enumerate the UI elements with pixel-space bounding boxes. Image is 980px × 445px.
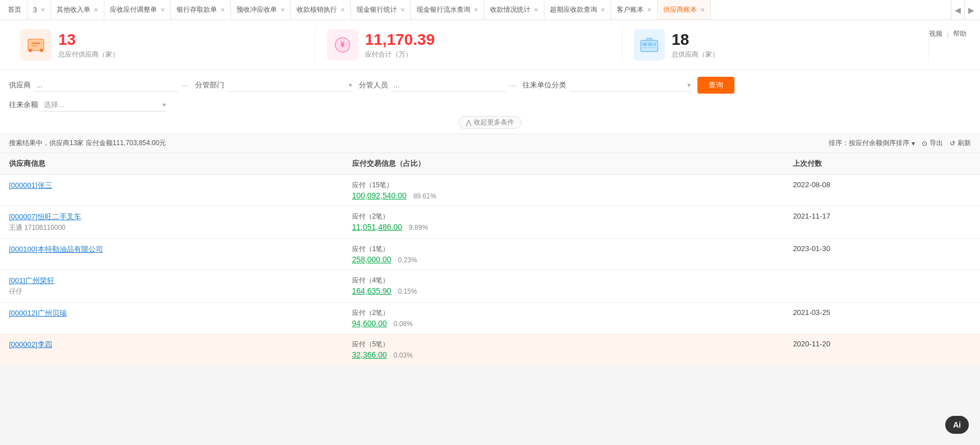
- collapse-button[interactable]: ⋀ 收起更多条件: [459, 116, 521, 129]
- svg-point-4: [40, 49, 43, 52]
- nav-tab-other-income-close[interactable]: ✕: [94, 7, 98, 13]
- table-row: [000007]恒旺二手叉车王通 17106110000应付（2笔）11,051…: [0, 206, 980, 239]
- stat-value-ap-total: 11,170.39: [365, 30, 435, 49]
- filter-item-unit-class: 往来单位分类 ▾: [523, 78, 691, 92]
- nav-tab-3[interactable]: 3 ✕: [27, 0, 51, 20]
- nav-tab-ar-ap-adjust[interactable]: 应收应付调整单 ✕: [104, 0, 171, 20]
- nav-tab-collect-stat-close[interactable]: ✕: [534, 7, 538, 13]
- balance-chevron-icon: ▾: [163, 101, 166, 109]
- query-button[interactable]: 查询: [697, 77, 734, 94]
- sort-select-wrap[interactable]: 排序：按应付余额倒序排序 ▾: [829, 138, 915, 148]
- stat-icon-ap-suppliers: [20, 29, 52, 61]
- unit-class-select[interactable]: [570, 78, 687, 91]
- supplier-input[interactable]: [34, 78, 178, 92]
- nav-tab-overdue-collect[interactable]: 超期应收款查询 ✕: [544, 0, 611, 20]
- trade-cell: 应付（15笔）100,092,540.0089.61%: [343, 175, 784, 206]
- supplier-link[interactable]: [000002]李四: [9, 340, 52, 349]
- svg-rect-11: [642, 47, 656, 48]
- nav-tab-bank-deposit[interactable]: 银行存取款单 ✕: [171, 0, 231, 20]
- filter-item-supplier: 供应商 ···: [9, 78, 188, 92]
- export-button[interactable]: ⊙ 导出: [922, 138, 943, 148]
- table-row: [000002]李四应付（5笔）32,366.000.03%2020-11-20: [0, 334, 980, 365]
- nav-next-arrow[interactable]: ▶: [964, 0, 978, 20]
- stat-value-total-suppliers: 18: [672, 30, 719, 49]
- last-pay-cell: 2021-03-25: [784, 303, 980, 334]
- dept-select[interactable]: [228, 78, 349, 91]
- nav-tab-customer-account-close[interactable]: ✕: [647, 7, 651, 13]
- person-input[interactable]: [391, 78, 506, 92]
- trade-cell: 应付（5笔）32,366.000.03%: [343, 334, 784, 365]
- table-row: [001]广州荣轩仔仔应付（4笔）164,635.900.15%: [0, 270, 980, 303]
- trade-amount[interactable]: 94,600.00: [352, 319, 387, 328]
- trade-amount[interactable]: 32,366.00: [352, 350, 387, 359]
- nav-tab-collect-verify-label: 收款核销执行: [297, 5, 337, 15]
- supplier-link[interactable]: [000100]本特勒油品有限公司: [9, 245, 103, 253]
- sort-chevron-icon: ▾: [912, 140, 915, 147]
- col-header-trade: 应付交易信息（占比）: [343, 153, 784, 175]
- nav-tab-collect-stat-label: 收款情况统计: [490, 5, 530, 15]
- collapse-up-icon: ⋀: [466, 119, 471, 127]
- stat-icon-ap-total: ¥: [327, 29, 358, 61]
- nav-tab-customer-account[interactable]: 客户账本 ✕: [611, 0, 658, 20]
- nav-tab-customer-account-label: 客户账本: [617, 5, 644, 15]
- nav-arrows: ◀ ▶: [951, 0, 978, 20]
- nav-tab-cash-bank-flow[interactable]: 现金银行流水查询 ✕: [411, 0, 484, 20]
- trade-pct: 0.15%: [398, 288, 417, 295]
- last-pay-cell: 2020-11-20: [784, 334, 980, 365]
- nav-tab-other-income[interactable]: 其他收入单 ✕: [51, 0, 104, 20]
- unit-class-filter-label: 往来单位分类: [523, 80, 566, 90]
- balance-select-wrap: 选择... ▾: [41, 98, 166, 112]
- nav-tab-3-close[interactable]: ✕: [40, 7, 45, 13]
- svg-rect-8: [642, 43, 647, 46]
- nav-tab-supplier-account-label: 供应商账本: [663, 5, 697, 15]
- stat-block-ap-total: ¥ 11,170.39 应付合计（万）: [316, 27, 622, 63]
- col-header-supplier: 供应商信息: [0, 153, 343, 175]
- supplier-link[interactable]: [000001]张三: [9, 181, 52, 189]
- nav-tab-cash-bank-flow-label: 现金银行流水查询: [417, 5, 470, 15]
- trade-amount[interactable]: 11,051,486.00: [352, 222, 403, 231]
- nav-tab-cash-bank-stat[interactable]: 现金银行统计 ✕: [351, 0, 411, 20]
- nav-tab-cash-bank-flow-close[interactable]: ✕: [474, 7, 478, 13]
- trade-pct: 0.08%: [394, 320, 413, 328]
- help-link[interactable]: 帮助: [953, 29, 967, 39]
- svg-rect-2: [31, 45, 37, 47]
- nav-prev-arrow[interactable]: ◀: [951, 0, 964, 20]
- sort-label: 排序：按应付余额倒序排序: [829, 138, 909, 148]
- trade-amount[interactable]: 100,092,540.00: [352, 191, 406, 200]
- supplier-sub: 仔仔: [9, 287, 334, 296]
- nav-tab-ar-ap-adjust-close[interactable]: ✕: [160, 7, 165, 13]
- nav-tab-collect-verify[interactable]: 收款核销执行 ✕: [291, 0, 351, 20]
- result-bar: 搜索结果中，供应商13家 应付金额111,703,854.00元 排序：按应付余…: [0, 134, 980, 153]
- nav-tab-home[interactable]: 首页: [2, 0, 27, 20]
- supplier-link[interactable]: [000012]广州贝瑞: [9, 309, 67, 317]
- refresh-button[interactable]: ↺ 刷新: [950, 138, 971, 148]
- supplier-cell: [000100]本特勒油品有限公司: [0, 239, 343, 270]
- supplier-link[interactable]: [001]广州荣轩: [9, 276, 54, 285]
- nav-tab-cash-bank-stat-close[interactable]: ✕: [400, 7, 405, 13]
- trade-amount[interactable]: 258,000.00: [352, 255, 391, 264]
- balance-select[interactable]: 选择...: [41, 98, 163, 111]
- stat-label-total-suppliers: 总供应商（家）: [672, 50, 719, 59]
- last-pay-cell: 2022-08-08: [784, 175, 980, 206]
- nav-tab-advance-collect-close[interactable]: ✕: [280, 7, 285, 13]
- svg-rect-0: [28, 39, 44, 50]
- video-link[interactable]: 视频: [929, 29, 942, 39]
- nav-tab-bank-deposit-close[interactable]: ✕: [220, 7, 225, 13]
- svg-rect-12: [646, 38, 652, 41]
- nav-tab-supplier-account-close[interactable]: ✕: [700, 7, 705, 13]
- nav-tab-collect-verify-close[interactable]: ✕: [340, 7, 345, 13]
- nav-tab-supplier-account[interactable]: 供应商账本 ✕: [658, 0, 711, 20]
- nav-tab-3-label: 3: [33, 6, 37, 14]
- trade-pct: 89.61%: [413, 192, 436, 200]
- filter-item-balance: 往来余额 选择... ▾: [9, 98, 166, 112]
- nav-tab-advance-collect[interactable]: 预收冲应收单 ✕: [231, 0, 291, 20]
- nav-tab-overdue-collect-close[interactable]: ✕: [600, 7, 605, 13]
- trade-cell: 应付（2笔）11,051,486.009.89%: [343, 206, 784, 239]
- person-filter-label: 分管人员: [359, 80, 388, 90]
- trade-amount[interactable]: 164,635.90: [352, 286, 391, 295]
- nav-tab-collect-stat[interactable]: 收款情况统计 ✕: [484, 0, 544, 20]
- table-row: [000012]广州贝瑞应付（2笔）94,600.000.08%2021-03-…: [0, 303, 980, 334]
- supplier-link[interactable]: [000007]恒旺二手叉车: [9, 212, 81, 221]
- person-ellipsis-icon: ···: [509, 81, 516, 90]
- refresh-label: 刷新: [958, 138, 971, 148]
